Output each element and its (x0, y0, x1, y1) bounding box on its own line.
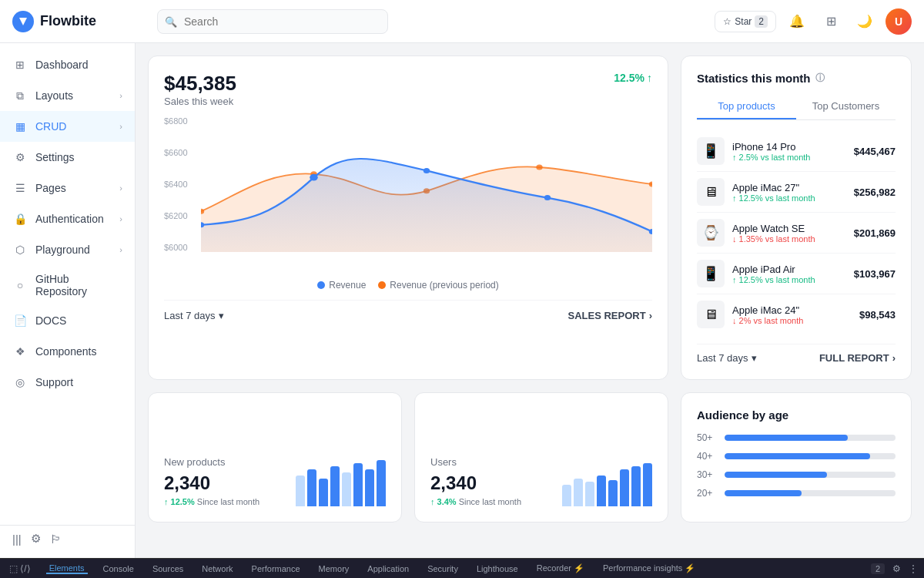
users-chart (562, 460, 652, 506)
sidebar-label-playground: Playground (35, 244, 112, 256)
avatar[interactable]: U (886, 8, 912, 35)
sidebar-bottom-flag-icon[interactable]: 🏳 (50, 533, 62, 546)
product-name-4: Apple iPad Air (732, 264, 846, 275)
sidebar-item-settings[interactable]: ⚙ Settings (0, 142, 135, 173)
u-bar-8 (643, 463, 652, 506)
u-bar-1 (562, 485, 571, 506)
devtools-tab-recorder[interactable]: Recorder ⚡ (534, 563, 588, 573)
full-report-label: FULL REPORT (819, 352, 889, 364)
legend-label-revenue: Revenue (329, 280, 366, 291)
chart-area: $6800 $6600 $6400 $6200 $6000 (164, 116, 652, 271)
devtools-tab-security[interactable]: Security (424, 564, 461, 573)
layouts-icon: ⧉ (12, 88, 28, 103)
product-price-5: $98,543 (859, 309, 896, 321)
age-row-20: 20+ (697, 488, 896, 499)
devtools-tab-sources[interactable]: Sources (149, 564, 186, 573)
components-icon: ❖ (12, 344, 28, 359)
svg-point-7 (310, 174, 317, 181)
sidebar-item-github[interactable]: ○ GitHub Repository (0, 265, 135, 305)
devtools-tab-application[interactable]: Application (364, 564, 412, 573)
sidebar-item-support[interactable]: ◎ Support (0, 367, 135, 398)
age-label-30: 30+ (697, 469, 718, 480)
chevron-icon-pages: › (119, 183, 122, 193)
auth-icon: 🔒 (12, 211, 28, 227)
users-info: Users 2,340 ↑ 3.4% Since last month (430, 456, 550, 506)
main-layout: ⊞ Dashboard ⧉ Layouts › ▦ CRUD › ⚙ Setti… (0, 43, 924, 558)
users-growth: ↑ 3.4% Since last month (430, 497, 550, 506)
sidebar-item-crud[interactable]: ▦ CRUD › (0, 111, 135, 142)
new-products-info: New products 2,340 ↑ 12.5% Since last mo… (164, 456, 283, 506)
sidebar-item-components[interactable]: ❖ Components (0, 336, 135, 367)
dark-mode-icon[interactable]: 🌙 (852, 8, 878, 35)
product-price-3: $201,869 (854, 227, 896, 239)
chart-subtitle: Sales this week (164, 96, 236, 107)
docs-icon: 📄 (12, 313, 28, 328)
devtools-tab-elements[interactable]: Elements (46, 563, 88, 574)
period-chevron: ▾ (219, 310, 224, 321)
search-input[interactable] (157, 9, 388, 34)
chart-svg-wrapper (201, 116, 652, 252)
devtools-more-icon[interactable]: ⋮ (909, 563, 918, 574)
sidebar-item-authentication[interactable]: 🔒 Authentication › (0, 203, 135, 234)
product-row-5: 🖥 Apple iMac 24" ↓ 2% vs last month $98,… (697, 294, 896, 334)
tab-top-customers[interactable]: Top Customers (796, 94, 896, 119)
grid-icon[interactable]: ⊞ (818, 8, 844, 35)
devtools-tab-console[interactable]: Console (100, 564, 137, 573)
devtools-tab-lighthouse[interactable]: Lighthouse (474, 564, 521, 573)
chart-card: $45,385 Sales this week 12.5% ↑ $6800 $6… (148, 55, 668, 380)
star-button[interactable]: ☆ Star 2 (715, 11, 776, 32)
product-price-1: $445,467 (854, 146, 896, 157)
product-change-1: ↑ 2.5% vs last month (732, 153, 846, 162)
y-label-2: $6600 (164, 148, 188, 157)
product-name-2: Apple iMac 27" (732, 182, 846, 193)
product-info-3: Apple Watch SE ↓ 1.35% vs last month (732, 223, 846, 244)
legend-label-prev: Revenue (previous period) (390, 280, 498, 291)
devtools-settings-icon[interactable]: ⚙ (892, 563, 901, 574)
y-label-5: $6000 (164, 243, 188, 252)
sales-report-button[interactable]: SALES REPORT › (568, 310, 652, 321)
chart-y-labels: $6800 $6600 $6400 $6200 $6000 (164, 116, 188, 252)
star-icon: ☆ (723, 16, 732, 27)
sidebar-label-settings: Settings (35, 151, 122, 163)
period-label: Last 7 days (164, 310, 216, 321)
product-img-2: 🖥 (697, 178, 725, 206)
sidebar-item-playground[interactable]: ⬡ Playground › (0, 234, 135, 265)
sidebar-item-layouts[interactable]: ⧉ Layouts › (0, 80, 135, 111)
devtools-tab-memory[interactable]: Memory (316, 564, 353, 573)
tab-top-products[interactable]: Top products (697, 94, 796, 119)
product-info-2: Apple iMac 27" ↑ 12.5% vs last month (732, 182, 846, 203)
product-name-3: Apple Watch SE (732, 223, 846, 234)
product-row-3: ⌚ Apple Watch SE ↓ 1.35% vs last month $… (697, 213, 896, 254)
devtools-tab-perf-insights[interactable]: Performance insights ⚡ (600, 563, 698, 573)
new-products-growth-label: Since last month (197, 497, 259, 506)
audience-card: Audience by age 50+ 40+ 30+ (681, 392, 912, 523)
y-label-4: $6200 (164, 211, 188, 220)
age-row-40: 40+ (697, 451, 896, 462)
devtools-tab-network[interactable]: Network (199, 564, 236, 573)
u-bar-4 (597, 476, 606, 506)
bar-5 (342, 472, 351, 506)
devtools-tab-performance[interactable]: Performance (249, 564, 303, 573)
bar-4 (330, 466, 340, 506)
legend-dot-prev (378, 281, 386, 289)
notification-icon[interactable]: 🔔 (784, 8, 810, 35)
bar-2 (307, 469, 316, 506)
stats-period-selector[interactable]: Last 7 days ▾ (697, 352, 757, 364)
stats-title-text: Statistics this month (697, 72, 811, 85)
sidebar-label-components: Components (35, 345, 122, 358)
chart-value-block: $45,385 Sales this week (164, 72, 236, 107)
sidebar-label-layouts: Layouts (35, 89, 112, 102)
sidebar-item-docs[interactable]: 📄 DOCS (0, 305, 135, 336)
sidebar-item-pages[interactable]: ☰ Pages › (0, 173, 135, 203)
sidebar-bottom-settings-icon[interactable]: ⚙ (31, 532, 41, 546)
sidebar-label-auth: Authentication (35, 213, 112, 225)
new-products-chart (296, 460, 386, 506)
devtools-icons[interactable]: ⬚ ⟨/⟩ (6, 563, 34, 574)
chart-growth: 12.5% ↑ (614, 72, 652, 84)
sidebar-item-dashboard[interactable]: ⊞ Dashboard (0, 49, 135, 80)
full-report-button[interactable]: FULL REPORT › (819, 352, 896, 364)
period-selector[interactable]: Last 7 days ▾ (164, 310, 224, 321)
sidebar-bottom-bars-icon[interactable]: ||| (12, 533, 22, 546)
audience-title: Audience by age (697, 408, 896, 422)
product-name-1: iPhone 14 Pro (732, 141, 846, 153)
